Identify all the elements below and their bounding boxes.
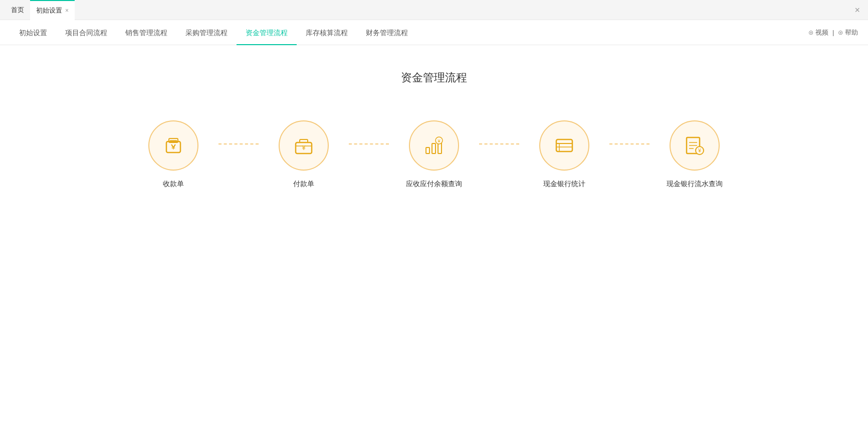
window-close-button[interactable]: ×: [854, 0, 860, 20]
nav-item-finance[interactable]: 财务管理流程: [357, 20, 417, 45]
flow-item-balance: ¥ 应收应付余额查询: [389, 120, 479, 189]
connector-2: [349, 143, 389, 144]
transaction-label: 现金银行流水查询: [667, 180, 723, 189]
receipt-label: 收款单: [163, 180, 184, 189]
payment-icon-circle[interactable]: ¥: [279, 120, 329, 171]
payment-icon: ¥: [292, 133, 316, 158]
connector-1: [219, 143, 259, 144]
svg-text:¥: ¥: [301, 144, 306, 152]
flow-item-transaction: ¥ 现金银行流水查询: [649, 120, 740, 189]
transaction-icon: ¥: [683, 133, 707, 158]
flow-row: ¥ 收款单 ¥: [128, 120, 740, 189]
flow-item-receipt: ¥ 收款单: [128, 120, 219, 189]
tab-close-button[interactable]: ×: [65, 1, 69, 21]
connector-3: [479, 143, 519, 144]
payment-label: 付款单: [293, 180, 314, 189]
active-tab-label: 初始设置: [36, 1, 62, 21]
home-tab[interactable]: 首页: [5, 0, 30, 20]
balance-icon: ¥: [422, 133, 446, 158]
receipt-icon: ¥: [161, 133, 185, 158]
svg-text:¥: ¥: [437, 138, 441, 143]
balance-label: 应收应付余额查询: [406, 180, 462, 189]
receipt-icon-circle[interactable]: ¥: [148, 120, 198, 171]
cash-bank-icon: [552, 133, 576, 158]
flow-item-cash-bank: 现金银行统计: [519, 120, 609, 189]
svg-text:¥: ¥: [698, 148, 701, 154]
balance-icon-circle[interactable]: ¥: [409, 120, 459, 171]
svg-rect-7: [426, 147, 429, 154]
connector-4: [609, 143, 649, 144]
nav-item-capital[interactable]: 资金管理流程: [237, 20, 297, 45]
flow-item-payment: ¥ 付款单: [259, 120, 349, 189]
secondary-nav: 初始设置 项目合同流程 销售管理流程 采购管理流程 资金管理流程 库存核算流程 …: [0, 20, 868, 45]
help-sep: |: [832, 29, 834, 36]
window-close-area[interactable]: ×: [846, 0, 868, 20]
nav-item-inventory[interactable]: 库存核算流程: [297, 20, 357, 45]
nav-item-sales[interactable]: 销售管理流程: [116, 20, 176, 45]
nav-right-actions: ⊙ 视频 | ⊙ 帮助: [808, 28, 858, 37]
svg-rect-8: [432, 143, 436, 154]
page-content: 资金管理流程 ¥ 收款单: [0, 45, 868, 189]
active-tab[interactable]: 初始设置 ×: [30, 0, 75, 20]
nav-item-project[interactable]: 项目合同流程: [56, 20, 116, 45]
help-link[interactable]: ⊙ 帮助: [838, 28, 858, 37]
svg-rect-12: [556, 139, 572, 152]
video-link[interactable]: ⊙ 视频: [808, 28, 828, 37]
page-title: 资金管理流程: [401, 70, 467, 85]
cash-bank-icon-circle[interactable]: [539, 120, 589, 171]
nav-item-init[interactable]: 初始设置: [10, 20, 56, 45]
cash-bank-label: 现金银行统计: [543, 180, 585, 189]
transaction-icon-circle[interactable]: ¥: [670, 120, 720, 171]
nav-item-purchase[interactable]: 采购管理流程: [176, 20, 237, 45]
